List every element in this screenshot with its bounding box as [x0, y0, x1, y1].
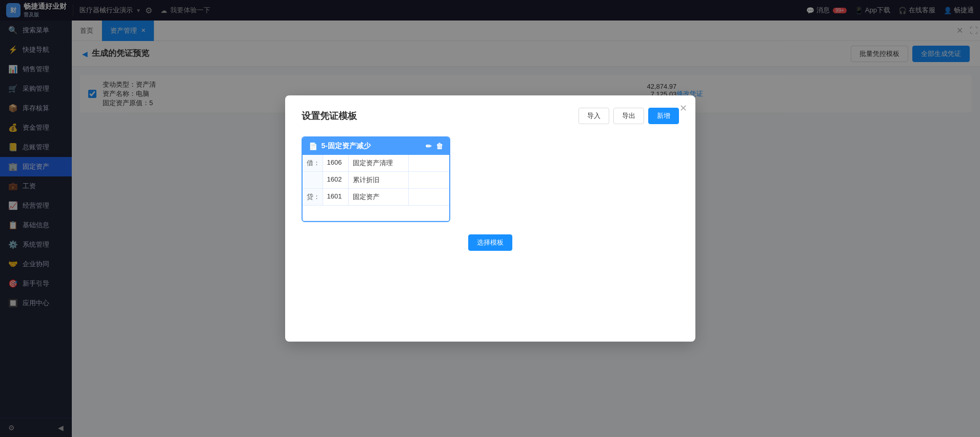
col-extra-1: [408, 155, 449, 171]
col-extra-3: [408, 189, 449, 205]
template-doc-icon: 📄: [309, 142, 317, 150]
template-list: 📄 5-固定资产减少 ✏ 🗑 借： 1606 固定资产清理: [302, 136, 679, 222]
template-card-header: 📄 5-固定资产减少 ✏ 🗑: [303, 137, 449, 155]
col-extra-2: [408, 172, 449, 188]
template-empty-row: [303, 206, 449, 221]
direction-2: [303, 172, 323, 188]
direction-3: 贷：: [303, 189, 323, 205]
modal-header-actions: 导入 导出 新增: [578, 108, 679, 124]
template-row-2: 1602 累计折旧: [303, 172, 449, 189]
code-1: 1606: [323, 155, 349, 171]
direction-1: 借：: [303, 155, 323, 171]
modal-title: 设置凭证模板: [302, 110, 357, 122]
new-template-button[interactable]: 新增: [648, 108, 679, 124]
name-3: 固定资产: [349, 189, 408, 205]
template-name: 5-固定资产减少: [322, 142, 371, 151]
delete-template-icon[interactable]: 🗑: [436, 142, 443, 150]
template-card-body: 借： 1606 固定资产清理 1602 累计折旧 贷：: [303, 155, 449, 221]
name-2: 累计折旧: [349, 172, 408, 188]
modal-header: 设置凭证模板 导入 导出 新增: [302, 108, 679, 124]
template-row-1: 借： 1606 固定资产清理: [303, 155, 449, 172]
import-button[interactable]: 导入: [578, 108, 609, 124]
template-header-left: 📄 5-固定资产减少: [309, 142, 371, 151]
modal-overlay[interactable]: 设置凭证模板 导入 导出 新增 ✕ 📄 5-固定资产减少 ✏ 🗑: [0, 0, 980, 437]
modal-set-template: 设置凭证模板 导入 导出 新增 ✕ 📄 5-固定资产减少 ✏ 🗑: [285, 95, 695, 342]
template-header-actions: ✏ 🗑: [426, 142, 443, 150]
name-1: 固定资产清理: [349, 155, 408, 171]
modal-close-icon[interactable]: ✕: [679, 104, 687, 113]
code-3: 1601: [323, 189, 349, 205]
code-2: 1602: [323, 172, 349, 188]
template-row-3: 贷： 1601 固定资产: [303, 189, 449, 206]
template-card-1: 📄 5-固定资产减少 ✏ 🗑 借： 1606 固定资产清理: [302, 136, 450, 222]
edit-template-icon[interactable]: ✏: [426, 142, 432, 150]
export-button[interactable]: 导出: [613, 108, 644, 124]
select-template-button[interactable]: 选择模板: [468, 234, 512, 251]
